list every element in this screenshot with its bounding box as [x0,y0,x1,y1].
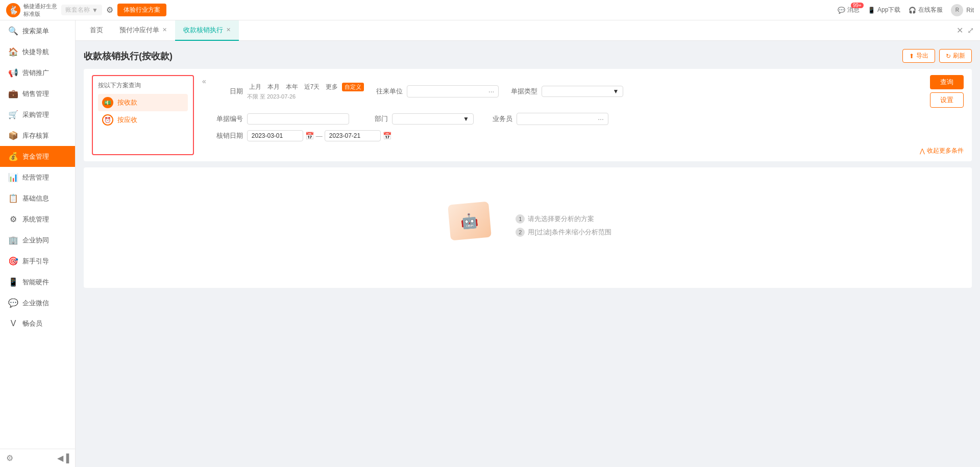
calendar-start-icon[interactable]: 📅 [305,132,314,140]
logo-icon: 🐇 [6,3,20,17]
sidebar-label-guide: 新手引导 [22,257,49,266]
filter-form: 日期 上月 本月 本年 近7天 更多 自定义 不限 至 [212,75,964,155]
app-icon: 📱 [868,7,875,14]
system-icon: ⚙ [8,214,18,224]
app-label: App下载 [877,6,900,14]
party-ellipsis[interactable]: ··· [488,87,495,95]
operations-icon: 📊 [8,173,18,182]
sidebar-item-weixin[interactable]: 💬 企业微信 [0,292,75,313]
sidebar-bottom: ⚙ ◀▐ [0,449,75,467]
sidebar-item-guide[interactable]: 🎯 新手引导 [0,251,75,272]
home-icon: 🏠 [8,47,18,57]
export-icon: ⬆ [909,53,914,60]
sidebar-label-sales: 销售管理 [22,89,49,99]
tab-bar-right: ✕ ⤢ [957,26,974,35]
enterprise-icon: 🏢 [8,235,18,245]
member-icon: V [8,319,18,328]
sidebar-label-basic-info: 基础信息 [22,194,49,203]
tab-home[interactable]: 首页 [82,20,111,41]
empty-box: 🤖 [448,202,492,241]
logo-text: 畅捷通好生意 标准版 [23,3,57,18]
sidebar-item-member[interactable]: V 畅会员 [0,313,75,334]
date-btn-this-year[interactable]: 本年 [284,82,300,92]
sidebar-item-inventory[interactable]: 📦 库存核算 [0,125,75,146]
filter-row-1: 日期 上月 本月 本年 近7天 更多 自定义 不限 至 [212,75,964,108]
doc-num-field: 单据编号 [212,113,349,125]
refresh-button[interactable]: ↻ 刷新 [939,49,972,63]
date-no-limit: 不限 至 2023-07-26 [247,93,364,101]
sidebar-item-hardware[interactable]: 📱 智能硬件 [0,272,75,292]
sidebar-item-system[interactable]: ⚙ 系统管理 [0,209,75,230]
date-btn-7days[interactable]: 近7天 [302,82,322,92]
date-btn-more[interactable]: 更多 [324,82,340,92]
staff-input[interactable]: ··· [517,113,608,125]
sidebar-item-sales[interactable]: 💼 销售管理 [0,83,75,104]
party-label: 往来单位 [372,87,403,96]
sidebar-menu: 🔍 搜索菜单 🏠 快捷导航 📢 营销推广 💼 销售管理 🛒 采购管理 📦 [0,20,75,449]
sidebar-item-enterprise[interactable]: 🏢 企业协同 [0,230,75,251]
date-custom-tag[interactable]: 自定义 [342,83,364,91]
export-button[interactable]: ⬆ 导出 [902,49,935,63]
settings-form-button[interactable]: 设置 [930,92,964,108]
service-label: 在线客服 [918,6,943,14]
trial-button[interactable]: 体验行业方案 [117,4,166,16]
doc-num-input[interactable] [247,113,349,125]
online-service[interactable]: 🎧 在线客服 [909,6,943,14]
hint-num-2: 2 [516,228,525,237]
tab-close-all-icon[interactable]: ✕ [957,26,963,35]
empty-hint-1: 1 请先选择要分析的方案 [516,214,611,224]
staff-ellipsis[interactable]: ··· [598,115,604,123]
gear-icon[interactable]: ⚙ [106,5,113,15]
dept-select[interactable]: ▼ [392,113,474,125]
date-separator: — [316,132,323,140]
sidebar-label-hardware: 智能硬件 [22,278,49,287]
headset-icon: 🎧 [909,7,916,14]
filter-scheme-title: 按以下方案查询 [98,81,188,90]
sidebar-label-enterprise: 企业协同 [22,236,49,245]
sidebar-item-finance[interactable]: 💰 资金管理 [0,146,75,167]
empty-hint-2: 2 用[过滤]条件来缩小分析范围 [516,228,611,237]
date-btn-last-month[interactable]: 上月 [247,82,263,92]
query-actions: 查询 设置 [930,75,964,108]
tab-expand-icon[interactable]: ⤢ [967,26,974,35]
tab-prepay-close[interactable]: ✕ [162,27,167,33]
tab-prepay[interactable]: 预付冲应付单 ✕ [111,20,175,41]
avatar: R [951,4,963,16]
party-input[interactable]: ··· [407,85,499,97]
query-button[interactable]: 查询 [930,75,964,89]
filter-option-by-receipt[interactable]: 💵 按收款 [98,94,188,111]
chevron-down-dept: ▼ [463,115,469,122]
sidebar-settings-icon[interactable]: ⚙ [6,453,13,463]
purchase-icon: 🛒 [8,110,18,119]
sidebar-item-quick-nav[interactable]: 🏠 快捷导航 [0,41,75,62]
finance-icon: 💰 [8,152,18,161]
doc-type-label: 单据类型 [507,87,537,96]
account-selector[interactable]: 账套名称 ▼ [61,5,102,15]
user-area[interactable]: R Rit [951,4,974,16]
collapse-more-button[interactable]: ⋀ 收起更多条件 [920,146,964,155]
writeoff-start-input[interactable] [247,130,303,141]
message-area[interactable]: 💬 消息 99+ [838,6,860,14]
marketing-icon: 📢 [8,68,18,78]
tab-receivable-close[interactable]: ✕ [226,27,231,33]
writeoff-end-input[interactable] [325,130,381,141]
filter-collapse-arrow[interactable]: « [202,77,206,85]
refresh-label: 刷新 [953,52,965,60]
tab-receivable[interactable]: 收款核销执行 ✕ [175,20,239,41]
date-btn-this-month[interactable]: 本月 [265,82,282,92]
sidebar-item-basic-info[interactable]: 📋 基础信息 [0,188,75,209]
calendar-end-icon[interactable]: 📅 [383,132,391,140]
sidebar-collapse-icon[interactable]: ◀▐ [57,453,69,463]
chevron-down-icon: ▼ [92,7,98,14]
tab-bar: 首页 预付冲应付单 ✕ 收款核销执行 ✕ ✕ ⤢ [76,20,980,41]
filter-option-by-receivable[interactable]: ⏰ 按应收 [98,111,188,129]
sidebar-item-marketing[interactable]: 📢 营销推广 [0,62,75,83]
date-field: 日期 上月 本月 本年 近7天 更多 自定义 不限 至 [212,82,364,101]
sidebar-label-system: 系统管理 [22,215,49,224]
doc-type-select[interactable]: ▼ [542,86,623,97]
sidebar-item-search[interactable]: 🔍 搜索菜单 [0,20,75,41]
sidebar-item-purchase[interactable]: 🛒 采购管理 [0,104,75,125]
sales-icon: 💼 [8,89,18,99]
app-download[interactable]: 📱 App下载 [868,6,900,14]
sidebar-item-operations[interactable]: 📊 经营管理 [0,167,75,188]
